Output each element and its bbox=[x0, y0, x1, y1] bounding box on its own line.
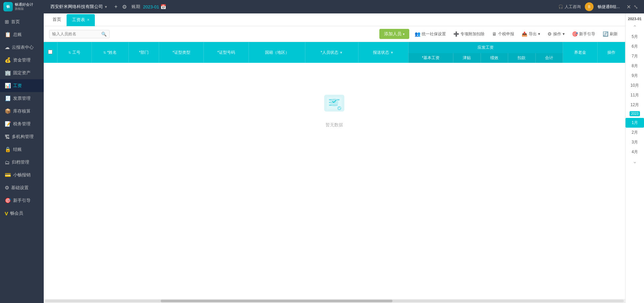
tax-declare-icon: 🖥 bbox=[492, 31, 497, 37]
company-dropdown-arrow: ▼ bbox=[104, 5, 108, 9]
top-header: 畅 畅通好会计 旗舰版 西安虾米网络科技有限公司 ▼ + ⚙ 账期 2023-0… bbox=[0, 0, 644, 13]
maximize-window-button[interactable]: ⤡ bbox=[634, 4, 638, 10]
empty-state-cell: 暂无数据 bbox=[44, 63, 625, 155]
select-all-checkbox[interactable] bbox=[48, 50, 52, 54]
logo-icon: 畅 bbox=[3, 2, 13, 11]
add-company-button[interactable]: + bbox=[114, 4, 117, 10]
th-checkbox[interactable] bbox=[44, 42, 57, 63]
th-id-type: *证型类型 bbox=[159, 42, 204, 63]
sidebar-item-salary[interactable]: 📊 工资 bbox=[0, 79, 44, 92]
th-deduction: 扣款 bbox=[508, 53, 536, 63]
close-window-button[interactable]: ✕ bbox=[627, 4, 631, 10]
filter-report-status-icon[interactable]: ▼ bbox=[390, 51, 393, 54]
company-selector[interactable]: 西安虾米网络科技有限公司 ▼ bbox=[50, 4, 108, 10]
guide-toolbar-icon: 🎯 bbox=[572, 31, 578, 37]
special-deduction-button[interactable]: ➕ 专项附加扣除 bbox=[451, 30, 487, 38]
sidebar-item-close-accounts[interactable]: 🔒 结账 bbox=[0, 143, 44, 156]
filter-emp-status-icon[interactable]: ▼ bbox=[340, 51, 343, 54]
sidebar-label-invoice: 发票管理 bbox=[13, 95, 31, 101]
sidebar-item-new-guide[interactable]: 🎯 新手引导 bbox=[0, 194, 44, 207]
special-deduction-icon: ➕ bbox=[453, 31, 459, 37]
month-item-6[interactable]: 6月 bbox=[626, 42, 644, 51]
service-button[interactable]: 🎧 人工咨询 bbox=[558, 4, 581, 10]
toolbar-right: 添加人员 ▾ 👥 统一社保设置 ➕ 专项附加扣除 🖥 个税申报 📤 导 bbox=[379, 29, 620, 39]
company-name: 西安虾米网络科技有限公司 bbox=[50, 4, 103, 10]
logo-area: 畅 畅通好会计 旗舰版 bbox=[3, 2, 47, 11]
sidebar-item-archive[interactable]: 🗂 归档管理 bbox=[0, 156, 44, 169]
tax-declare-button[interactable]: 🖥 个税申报 bbox=[490, 30, 516, 38]
month-down-arrow[interactable]: ⌄ bbox=[631, 157, 638, 166]
window-controls: ✕ ⤡ bbox=[624, 4, 641, 10]
month-item-2[interactable]: 2月 bbox=[626, 128, 644, 137]
sidebar-item-member[interactable]: V 畅会员 bbox=[0, 207, 44, 220]
svg-point-5 bbox=[330, 98, 338, 106]
operations-button[interactable]: ⚙ 操作 ▾ bbox=[545, 30, 567, 38]
export-button[interactable]: 📤 导出 ▾ bbox=[520, 30, 542, 38]
search-input[interactable] bbox=[52, 32, 99, 36]
sidebar-item-invoice[interactable]: 🧾 发票管理 bbox=[0, 92, 44, 105]
logo-title: 畅通好会计 bbox=[15, 2, 33, 7]
tab-home[interactable]: 首页 bbox=[47, 13, 67, 26]
th-action: 操作 bbox=[598, 42, 625, 63]
guide-toolbar-button[interactable]: 🎯 新手引导 bbox=[570, 30, 597, 38]
social-security-button[interactable]: 👥 统一社保设置 bbox=[413, 30, 448, 38]
salary-table: ⇅ 工号 ⇅ *姓名 *部门 *证型类型 *证型号码 国籍（地区） *人员状态 … bbox=[44, 42, 625, 155]
operations-label: 操作 bbox=[553, 31, 561, 37]
sidebar-label-cloud: 云报表中心 bbox=[12, 44, 34, 50]
month-item-7[interactable]: 7月 bbox=[626, 51, 644, 61]
month-up-arrow[interactable]: ⌃ bbox=[631, 23, 638, 32]
sidebar-item-inventory[interactable]: 📦 库存核算 bbox=[0, 105, 44, 118]
month-item-9[interactable]: 9月 bbox=[626, 71, 644, 81]
special-deduction-label: 专项附加扣除 bbox=[460, 31, 485, 37]
header-right: 🎧 人工咨询 B 畅捷通B组... ✕ ⤡ bbox=[558, 2, 641, 11]
sidebar-item-tax[interactable]: 📝 税务管理 bbox=[0, 118, 44, 130]
month-item-8[interactable]: 8月 bbox=[626, 61, 644, 71]
sidebar-item-assets[interactable]: 🏢 固定资产 bbox=[0, 67, 44, 79]
refresh-label: 刷新 bbox=[610, 31, 618, 37]
sidebar-label-salary: 工资 bbox=[13, 83, 22, 89]
social-security-label: 统一社保设置 bbox=[422, 31, 446, 37]
header-actions: + ⚙ 账期 2023-01 📅 bbox=[114, 4, 166, 10]
scrollbar-track[interactable] bbox=[45, 300, 624, 302]
table-wrapper: ⇅ 工号 ⇅ *姓名 *部门 *证型类型 *证型号码 国籍（地区） *人员状态 … bbox=[44, 42, 625, 299]
invoice-icon: 🧾 bbox=[5, 95, 11, 101]
month-item-11[interactable]: 11月 bbox=[626, 90, 644, 100]
calendar-icon[interactable]: 📅 bbox=[160, 4, 166, 9]
add-person-button[interactable]: 添加人员 ▾ bbox=[379, 29, 409, 39]
settings-button[interactable]: ⚙ bbox=[122, 4, 127, 10]
th-performance: 绩效 bbox=[481, 53, 508, 63]
month-item-3[interactable]: 3月 bbox=[626, 137, 644, 147]
sidebar-item-multi-org[interactable]: 🏗 多机构管理 bbox=[0, 130, 44, 143]
tab-salary-close[interactable]: × bbox=[87, 17, 89, 22]
toolbar: 🔍 添加人员 ▾ 👥 统一社保设置 ➕ 专项附加扣除 🖥 个税申报 bbox=[44, 26, 625, 42]
sidebar-item-cloud[interactable]: ☁ 云报表中心 bbox=[0, 41, 44, 54]
tab-salary[interactable]: 工资表 × bbox=[67, 14, 95, 26]
sidebar-label-assets: 固定资产 bbox=[13, 70, 31, 76]
bottom-scrollbar[interactable] bbox=[44, 299, 625, 303]
svg-point-6 bbox=[337, 106, 341, 110]
sidebar-item-basic-settings[interactable]: ⚙ 基础设置 bbox=[0, 181, 44, 194]
month-item-12[interactable]: 12月 bbox=[626, 100, 644, 110]
sidebar-label-close-accounts: 结账 bbox=[13, 146, 22, 153]
right-panel: 2023-01 ⌃ 5月 6月 7月 8月 9月 10月 11月 12月 202… bbox=[625, 13, 644, 303]
month-item-5[interactable]: 5月 bbox=[626, 32, 644, 42]
main-layout: ⊞ 首页 📋 总账 ☁ 云报表中心 💰 资金管理 🏢 固定资产 📊 工资 🧾 发… bbox=[0, 13, 644, 303]
tax-icon: 📝 bbox=[5, 121, 11, 127]
sidebar-item-home[interactable]: ⊞ 首页 bbox=[0, 15, 44, 28]
empty-text: 暂无数据 bbox=[326, 122, 343, 128]
th-nation: 国籍（地区） bbox=[249, 42, 305, 63]
month-item-1[interactable]: 1月 bbox=[626, 118, 644, 128]
sidebar-label-capital: 资金管理 bbox=[13, 57, 31, 63]
scrollbar-thumb bbox=[161, 300, 392, 302]
month-item-4[interactable]: 4月 bbox=[626, 147, 644, 157]
refresh-button[interactable]: 🔄 刷新 bbox=[601, 30, 620, 38]
sidebar-item-expense[interactable]: 💳 小畅报销 bbox=[0, 169, 44, 181]
search-box[interactable]: 🔍 bbox=[49, 30, 110, 38]
logo-subtitle: 旗舰版 bbox=[15, 7, 33, 11]
th-base-salary: *基本工资 bbox=[408, 53, 453, 63]
sidebar-item-ledger[interactable]: 📋 总账 bbox=[0, 28, 44, 41]
sidebar-label-basic-settings: 基础设置 bbox=[11, 185, 29, 191]
operations-arrow: ▾ bbox=[563, 32, 565, 36]
month-item-10[interactable]: 10月 bbox=[626, 81, 644, 90]
sidebar-item-capital[interactable]: 💰 资金管理 bbox=[0, 54, 44, 67]
